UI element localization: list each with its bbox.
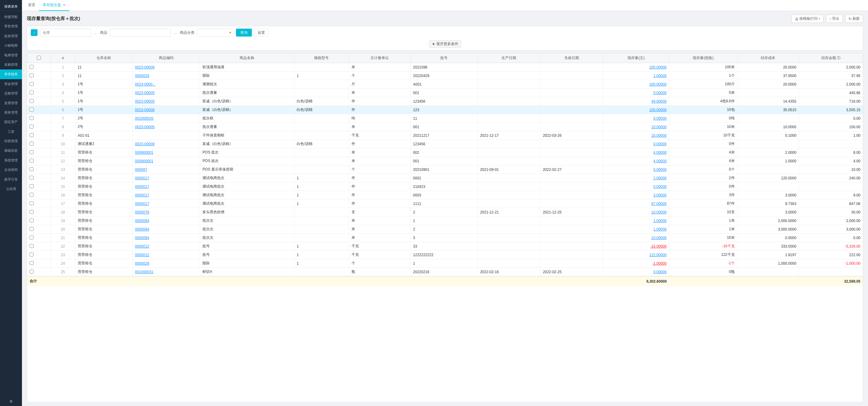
- row-checkbox[interactable]: [27, 268, 51, 276]
- row-product-code[interactable]: 0023-00009: [132, 63, 200, 72]
- row-product-code[interactable]: 0000017: [132, 191, 200, 200]
- row-qty-main[interactable]: 0.00000: [603, 268, 669, 276]
- row-checkbox[interactable]: [27, 114, 51, 123]
- tab-close-icon[interactable]: ✕: [63, 3, 66, 7]
- sidebar-item-new-guide[interactable]: 新手引导: [0, 175, 22, 184]
- expand-button[interactable]: ›: [31, 29, 37, 36]
- row-qty-main[interactable]: 1.00000: [603, 72, 669, 80]
- sidebar-item-mini-ecom[interactable]: 小鲸电商: [0, 41, 22, 50]
- category-select[interactable]: [197, 29, 234, 37]
- row-checkbox[interactable]: [27, 216, 51, 225]
- row-qty-main[interactable]: 122.00000: [603, 251, 669, 259]
- row-product-code[interactable]: 0000029: [132, 72, 200, 80]
- row-checkbox[interactable]: [27, 234, 51, 242]
- row-qty-main[interactable]: -16.00000: [603, 242, 669, 251]
- row-product-code[interactable]: 0023-00008: [132, 106, 200, 114]
- row-checkbox[interactable]: [27, 72, 51, 80]
- col-checkbox[interactable]: [27, 53, 51, 63]
- row-checkbox[interactable]: [27, 157, 51, 165]
- row-product-code[interactable]: [132, 131, 200, 140]
- row-product-code[interactable]: 0000078: [132, 208, 200, 216]
- sidebar-item-system[interactable]: 系统管理: [0, 156, 22, 165]
- row-product-code[interactable]: 000900001: [132, 157, 200, 165]
- row-qty-main[interactable]: 49.60000: [603, 97, 669, 106]
- sidebar-item-cloud[interactable]: 云应用: [0, 184, 22, 194]
- settings-button[interactable]: 设置: [254, 29, 268, 37]
- row-product-code[interactable]: 001000026: [132, 114, 200, 123]
- row-checkbox[interactable]: [27, 182, 51, 191]
- sidebar-item-fixed-assets[interactable]: 固定资产: [0, 117, 22, 127]
- row-qty-main[interactable]: 100.00000: [603, 80, 669, 89]
- row-product-code[interactable]: 0000012: [132, 251, 200, 259]
- row-checkbox[interactable]: [27, 174, 51, 182]
- row-qty-main[interactable]: 0.00000: [603, 165, 669, 174]
- row-checkbox[interactable]: [27, 106, 51, 114]
- row-qty-main[interactable]: 10.00000: [603, 123, 669, 131]
- row-checkbox[interactable]: [27, 140, 51, 148]
- row-product-code[interactable]: 0023-00005: [132, 97, 200, 106]
- row-checkbox[interactable]: [27, 148, 51, 157]
- expand-more-button[interactable]: ▼ 展开更多条件: [429, 40, 461, 48]
- row-product-code[interactable]: 0000017: [132, 182, 200, 191]
- row-qty-main[interactable]: 0.00000: [603, 114, 669, 123]
- row-checkbox[interactable]: [27, 123, 51, 131]
- row-product-code[interactable]: 0000084: [132, 216, 200, 225]
- sidebar-item-inventory[interactable]: 库存核算: [0, 69, 22, 79]
- row-checkbox[interactable]: [27, 200, 51, 208]
- row-product-code[interactable]: 0000017: [132, 200, 200, 208]
- row-qty-main[interactable]: 2.00000: [603, 174, 669, 182]
- row-product-code[interactable]: 000900001: [132, 148, 200, 157]
- row-checkbox[interactable]: [27, 89, 51, 97]
- sidebar-item-mgmt[interactable]: 经营管理: [0, 136, 22, 146]
- sidebar-item-payroll[interactable]: 工资: [0, 127, 22, 136]
- row-checkbox[interactable]: [27, 242, 51, 251]
- row-checkbox[interactable]: [27, 225, 51, 234]
- sidebar-item-quick-nav[interactable]: 快捷导航: [0, 12, 22, 22]
- export-button[interactable]: ↑ 导出: [826, 14, 843, 23]
- row-checkbox[interactable]: [27, 63, 51, 72]
- row-qty-main[interactable]: 3.00000: [603, 191, 669, 200]
- sidebar-item-assets[interactable]: 资金管理: [0, 79, 22, 89]
- product-input[interactable]: [110, 29, 171, 37]
- row-qty-main[interactable]: 87.00000: [603, 200, 669, 208]
- sidebar-item-basic[interactable]: 基础信息: [0, 146, 22, 155]
- row-checkbox[interactable]: [27, 251, 51, 259]
- tab-inventory-batch[interactable]: 库存批次盘 ✕: [39, 0, 69, 11]
- row-product-code[interactable]: 0023-00005: [132, 123, 200, 131]
- row-product-code[interactable]: 0000029: [132, 259, 200, 268]
- print-button[interactable]: 🖨 按模板打印 ▾: [792, 14, 824, 23]
- row-qty-main[interactable]: 10.00000: [603, 234, 669, 242]
- tab-home[interactable]: 首页: [24, 0, 39, 11]
- row-product-code[interactable]: 0023-0000...: [132, 80, 200, 89]
- sidebar-search[interactable]: 搜索菜单: [0, 2, 22, 11]
- row-qty-main[interactable]: 0.00000: [603, 182, 669, 191]
- row-product-code[interactable]: 0023-00005: [132, 89, 200, 97]
- row-qty-main[interactable]: 1.00000: [603, 216, 669, 225]
- select-all-checkbox[interactable]: [37, 56, 41, 60]
- sidebar-item-general[interactable]: 总账管理: [0, 89, 22, 98]
- sidebar-item-purchase[interactable]: 采购管理: [0, 60, 22, 69]
- row-qty-main[interactable]: 1.00000: [603, 225, 669, 234]
- row-checkbox[interactable]: [27, 80, 51, 89]
- search-button[interactable]: 查询: [236, 29, 252, 37]
- row-product-code[interactable]: 0023-00008: [132, 140, 200, 148]
- row-checkbox[interactable]: [27, 131, 51, 140]
- row-qty-main[interactable]: 100.00000: [603, 106, 669, 114]
- row-checkbox[interactable]: [27, 191, 51, 200]
- row-qty-main[interactable]: 10.00000: [603, 131, 669, 140]
- refresh-button[interactable]: ↻ 刷新: [845, 14, 863, 23]
- row-qty-main[interactable]: 10.00000: [603, 208, 669, 216]
- row-qty-main[interactable]: -1.00000: [603, 259, 669, 268]
- sidebar-item-cooperation[interactable]: 企业协同: [0, 165, 22, 174]
- row-product-code[interactable]: 0000012: [132, 242, 200, 251]
- row-checkbox[interactable]: [27, 165, 51, 174]
- row-qty-main[interactable]: 0.00000: [603, 89, 669, 97]
- row-product-code[interactable]: 0000084: [132, 234, 200, 242]
- row-qty-main[interactable]: 100.00000: [603, 63, 669, 72]
- row-product-code[interactable]: 000097: [132, 165, 200, 174]
- sidebar-settings[interactable]: ⚙: [0, 397, 22, 406]
- row-checkbox[interactable]: [27, 259, 51, 268]
- row-product-code[interactable]: 001000031: [132, 268, 200, 276]
- sidebar-item-sales[interactable]: 零售管理: [0, 22, 22, 31]
- sidebar-item-tax[interactable]: 税务管理: [0, 108, 22, 117]
